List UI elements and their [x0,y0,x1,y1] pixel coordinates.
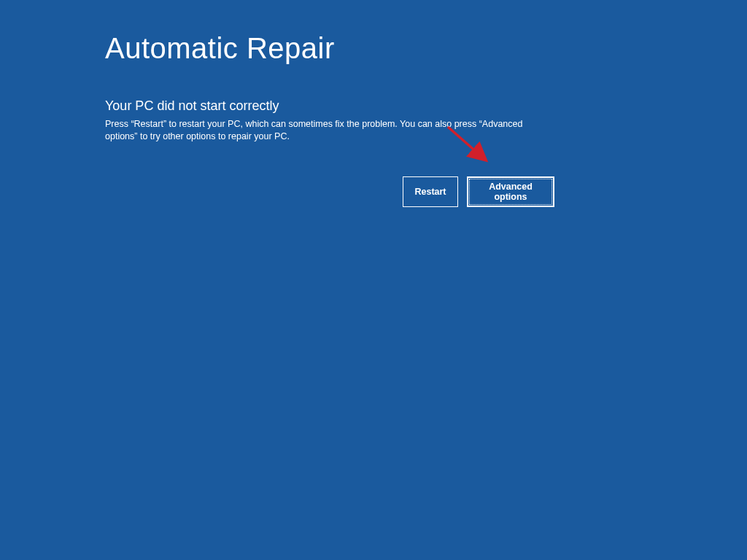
button-row: Restart Advanced options [403,176,554,207]
page-description: Press “Restart” to restart your PC, whic… [105,118,528,143]
advanced-options-button[interactable]: Advanced options [467,176,554,207]
restart-button[interactable]: Restart [403,176,458,207]
page-subtitle: Your PC did not start correctly [105,98,554,114]
recovery-screen: Automatic Repair Your PC did not start c… [0,0,554,207]
page-title: Automatic Repair [105,32,554,65]
